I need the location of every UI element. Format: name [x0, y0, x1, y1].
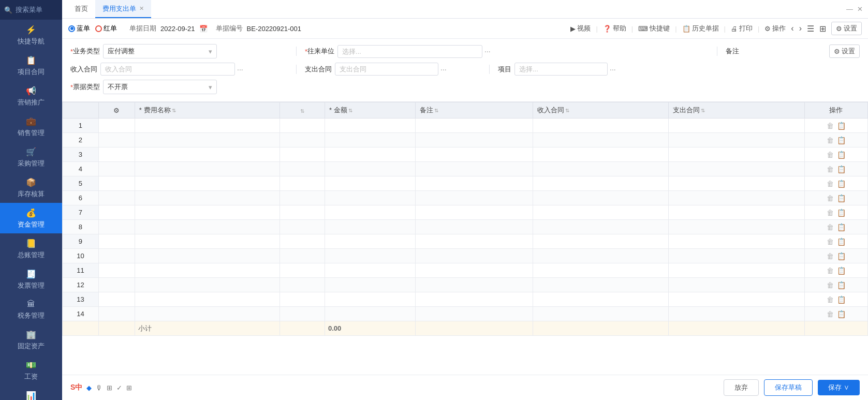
print-btn[interactable]: 🖨 打印	[731, 24, 753, 33]
row-expense-name[interactable]	[135, 278, 279, 292]
row-remark[interactable]	[415, 205, 533, 220]
sidebar-item-fixed-assets[interactable]: 🏢 固定资产	[0, 324, 62, 355]
sidebar-item-inventory[interactable]: 📦 库存核算	[0, 172, 62, 203]
copy-icon[interactable]: 📋	[837, 151, 846, 159]
row-amount[interactable]	[325, 176, 415, 191]
grid-view-icon[interactable]: ⊞	[819, 24, 826, 34]
expense-contract-more-btn[interactable]: ···	[440, 65, 447, 73]
copy-icon[interactable]: 📋	[837, 180, 846, 188]
save-button[interactable]: 保存 ∨	[818, 380, 860, 395]
row-income-contract[interactable]	[533, 176, 669, 191]
copy-icon[interactable]: 📋	[837, 122, 846, 130]
delete-icon[interactable]: 🗑	[827, 136, 834, 144]
row-expense-name[interactable]	[135, 263, 279, 278]
biz-type-select[interactable]: 应付调整 ▾	[103, 44, 217, 58]
set-button[interactable]: ⚙ 设置	[831, 22, 862, 35]
row-amount[interactable]	[325, 118, 415, 133]
copy-icon[interactable]: 📋	[837, 209, 846, 217]
red-bill-radio[interactable]: 红单	[95, 24, 117, 33]
expense-contract-input[interactable]	[335, 63, 438, 76]
row-amount[interactable]	[325, 307, 415, 321]
row-remark[interactable]	[415, 176, 533, 191]
row-amount[interactable]	[325, 205, 415, 220]
row-amount[interactable]	[325, 220, 415, 234]
sidebar-item-salary[interactable]: 💵 工资	[0, 355, 62, 386]
row-remark[interactable]	[415, 220, 533, 234]
delete-icon[interactable]: 🗑	[827, 238, 834, 246]
discard-button[interactable]: 放弃	[724, 379, 759, 396]
check-icon[interactable]: ✓	[116, 384, 122, 392]
income-contract-more-btn[interactable]: ···	[237, 65, 243, 73]
counterpart-more-btn[interactable]: ···	[484, 47, 491, 55]
row-income-contract[interactable]	[533, 191, 669, 205]
sidebar-search[interactable]: 🔍 搜索菜单	[0, 0, 62, 20]
row-expense-contract[interactable]	[669, 249, 804, 263]
row-income-contract[interactable]	[533, 307, 669, 321]
table-icon[interactable]: ⊞	[107, 384, 112, 392]
nav-next[interactable]: ›	[799, 24, 802, 33]
row-amount[interactable]	[325, 162, 415, 176]
delete-icon[interactable]: 🗑	[827, 194, 834, 202]
sidebar-item-operation-mgmt[interactable]: 📊 经营管理	[0, 386, 62, 400]
row-income-contract[interactable]	[533, 147, 669, 162]
sort-amount-icon[interactable]: ⇅	[348, 108, 352, 113]
row-expense-name[interactable]	[135, 133, 279, 147]
row-expense-contract[interactable]	[669, 191, 804, 205]
copy-icon[interactable]: 📋	[837, 223, 846, 231]
history-btn[interactable]: 📋 历史单据	[682, 24, 719, 33]
sort-expense-icon[interactable]: ⇅	[701, 108, 705, 113]
row-expense-name[interactable]	[135, 191, 279, 205]
delete-icon[interactable]: 🗑	[827, 122, 834, 130]
copy-icon[interactable]: 📋	[837, 165, 846, 173]
sort-income-icon[interactable]: ⇅	[565, 108, 569, 113]
row-amount[interactable]	[325, 278, 415, 292]
sidebar-item-quick-nav[interactable]: ⚡ 快捷导航	[0, 20, 62, 50]
row-income-contract[interactable]	[533, 133, 669, 147]
row-income-contract[interactable]	[533, 162, 669, 176]
sidebar-item-capital-mgmt[interactable]: 💰 资金管理	[0, 203, 62, 233]
shortcut-btn[interactable]: ⌨ 快捷键	[638, 24, 670, 33]
sidebar-item-invoice-mgmt[interactable]: 🧾 发票管理	[0, 264, 62, 294]
row-expense-name[interactable]	[135, 234, 279, 249]
row-amount[interactable]	[325, 263, 415, 278]
sort-remark-icon[interactable]: ⇅	[434, 108, 438, 113]
row-remark[interactable]	[415, 263, 533, 278]
row-expense-contract[interactable]	[669, 133, 804, 147]
grid-icon[interactable]: ⊞	[126, 384, 132, 392]
row-amount[interactable]	[325, 234, 415, 249]
row-expense-contract[interactable]	[669, 162, 804, 176]
row-income-contract[interactable]	[533, 278, 669, 292]
sidebar-item-marketing[interactable]: 📢 营销推广	[0, 81, 62, 111]
minimize-button[interactable]: —	[846, 5, 853, 13]
date-value[interactable]: 2022-09-21	[160, 25, 195, 33]
row-income-contract[interactable]	[533, 234, 669, 249]
invoice-type-select[interactable]: 不开票 ▾	[103, 80, 217, 94]
row-expense-name[interactable]	[135, 249, 279, 263]
row-amount[interactable]	[325, 147, 415, 162]
row-expense-contract[interactable]	[669, 263, 804, 278]
row-expense-name[interactable]	[135, 176, 279, 191]
delete-icon[interactable]: 🗑	[827, 281, 834, 289]
row-expense-name[interactable]	[135, 220, 279, 234]
row-remark[interactable]	[415, 249, 533, 263]
sidebar-item-general-ledger[interactable]: 📒 总账管理	[0, 233, 62, 264]
row-remark[interactable]	[415, 118, 533, 133]
delete-icon[interactable]: 🗑	[827, 295, 834, 304]
calendar-icon[interactable]: 📅	[199, 25, 208, 33]
sort-expense-name-icon[interactable]: ⇅	[172, 108, 176, 113]
row-remark[interactable]	[415, 307, 533, 321]
row-remark[interactable]	[415, 278, 533, 292]
row-amount[interactable]	[325, 191, 415, 205]
delete-icon[interactable]: 🗑	[827, 310, 834, 318]
form-set-button[interactable]: ⚙ 设置	[829, 45, 860, 58]
row-expense-name[interactable]	[135, 292, 279, 307]
row-remark[interactable]	[415, 292, 533, 307]
copy-icon[interactable]: 📋	[837, 238, 846, 246]
diamond-icon[interactable]: ◆	[86, 384, 92, 392]
delete-icon[interactable]: 🗑	[827, 266, 834, 275]
row-expense-contract[interactable]	[669, 220, 804, 234]
row-income-contract[interactable]	[533, 118, 669, 133]
tab-close-icon[interactable]: ✕	[139, 5, 144, 12]
row-income-contract[interactable]	[533, 220, 669, 234]
copy-icon[interactable]: 📋	[837, 295, 846, 304]
